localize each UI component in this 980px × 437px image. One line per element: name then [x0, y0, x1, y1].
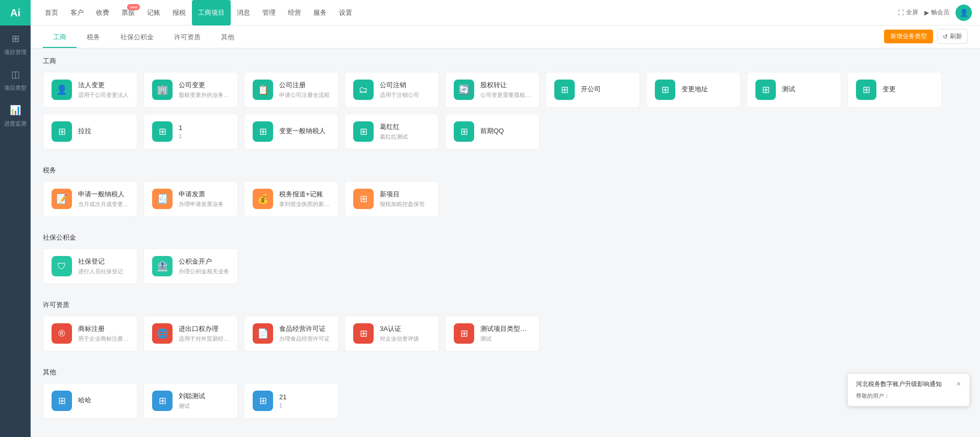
card-1[interactable]: ⊞ 1 1	[143, 114, 238, 149]
card-legal-change[interactable]: 👤 法人变更 适用于公司变更法人	[43, 72, 137, 108]
card-desc: 葛红红测试	[380, 133, 430, 141]
card-icon-trademark: ®	[52, 323, 72, 344]
fullscreen-btn[interactable]: ⛶ 全屏	[898, 8, 918, 17]
card-equity-transfer[interactable]: 🔄 股权转让 公司变更需要股权转让	[445, 72, 540, 108]
card-fund-open[interactable]: 🏦 公积金开户 办理公积金相关业务	[143, 248, 238, 284]
card-desc: 办理食品经营许可证	[279, 335, 330, 343]
card-desc: 报税加税控盘保管	[380, 200, 430, 208]
card-company-register[interactable]: 📋 公司注册 申请公司注册全流程	[244, 72, 338, 108]
card-lala[interactable]: ⊞ 拉拉	[43, 114, 137, 149]
nav-operate[interactable]: 经营	[282, 0, 307, 25]
card-open-company[interactable]: ⊞ 开公司	[546, 72, 640, 108]
card-apply-invoice[interactable]: 🧾 申请发票 办理申请发票业务	[143, 181, 238, 217]
nav-client[interactable]: 客户	[64, 0, 90, 25]
play-icon: ▶	[924, 9, 929, 16]
card-company-cancel[interactable]: 🗂 公司注销 适用于注销公司	[345, 72, 439, 108]
card-desc: 进行人员社保登记	[78, 268, 129, 275]
topnav-right: ⛶ 全屏 ▶ 畅会员 👤	[898, 5, 972, 21]
card-title: 刘聪测试	[179, 392, 229, 401]
tab-social-fund[interactable]: 社保公积金	[110, 25, 164, 48]
sidebar: Ai ⊞ 项目管理 ◫ 项目类型 📊 进度监测	[0, 0, 31, 437]
new-badge: new	[127, 4, 140, 10]
card-change-taxpayer[interactable]: ⊞ 变更一般纳税人	[244, 114, 338, 149]
card-title: 商标注册	[78, 324, 129, 333]
card-desc: 办理公积金相关业务	[179, 268, 229, 275]
avatar[interactable]: 👤	[955, 5, 972, 21]
new-type-button[interactable]: 新增业务类型	[884, 30, 933, 43]
card-trademark[interactable]: ® 商标注册 用于企业商标注册服务	[43, 316, 137, 351]
card-icon-1: ⊞	[152, 121, 173, 142]
tab-industry[interactable]: 工商	[43, 25, 77, 48]
card-icon-test: ⊞	[755, 80, 776, 100]
card-title: 法人变更	[78, 81, 129, 90]
card-test-type[interactable]: ⊞ 测试项目类型自定义 测试	[445, 316, 540, 351]
card-desc: 公司变更需要股权转让	[480, 91, 531, 99]
nav-settings[interactable]: 设置	[333, 0, 358, 25]
nav-ticket[interactable]: 票据 new	[115, 0, 141, 25]
nav-message[interactable]: 消息	[231, 0, 256, 25]
card-tax-bookkeep[interactable]: 💰 税务报道+记账 拿到营业执照的新公司	[244, 181, 338, 217]
sidebar-item-progress-monitor[interactable]: 📊 进度监测	[0, 97, 31, 133]
member-btn[interactable]: ▶ 畅会员	[924, 8, 949, 17]
main-wrap: 首页 客户 收费 票据 new 记账 报税 工商项目 消息 管理 经营 服务 设…	[31, 0, 980, 437]
card-desc: 办理申请发票业务	[179, 200, 229, 208]
card-test[interactable]: ⊞ 测试	[747, 72, 841, 108]
refresh-button[interactable]: ↺ 刷新	[937, 29, 968, 44]
card-icon-fund-open: 🏦	[152, 256, 173, 276]
card-title: 股权转让	[480, 81, 531, 90]
card-icon-lala: ⊞	[52, 121, 72, 142]
tab-other[interactable]: 其他	[211, 25, 244, 48]
sidebar-item-project-type[interactable]: ◫ 项目类型	[0, 61, 31, 97]
card-liucong[interactable]: ⊞ 刘聪测试 测试	[143, 383, 238, 419]
card-company-change[interactable]: 🏢 公司变更 股权变更外的业务变更	[143, 72, 238, 108]
project-type-icon: ◫	[7, 66, 23, 83]
card-desc: 拿到营业执照的新公司	[279, 200, 330, 208]
card-title: 变更一般纳税人	[279, 126, 330, 136]
content-area: 工商 税务 社保公积金 许可资质 其他 新增业务类型 ↺ 刷新 工商 👤 法人变…	[31, 25, 980, 437]
card-prev-qq[interactable]: ⊞ 前期QQ	[445, 114, 540, 149]
cards-grid-social-fund: 🛡 社保登记 进行人员社保登记 🏦 公积金开户 办理公积金相关业务	[43, 248, 968, 284]
card-change[interactable]: ⊞ 变更	[847, 72, 942, 108]
card-desc: 测试	[179, 402, 229, 410]
card-food-license[interactable]: 📄 食品经营许可证 办理食品经营许可证	[244, 316, 338, 351]
card-new-project[interactable]: ⊞ 新项目 报税加税控盘保管	[345, 181, 439, 217]
toast-body: 尊敬的用户：	[856, 392, 961, 400]
tabs-actions: 新增业务类型 ↺ 刷新	[884, 29, 968, 48]
toast-close-button[interactable]: ✕	[956, 380, 961, 388]
card-haha[interactable]: ⊞ 哈哈	[43, 383, 137, 419]
card-title: 变更地址	[681, 85, 732, 94]
nav-home[interactable]: 首页	[39, 0, 64, 25]
nav-manage[interactable]: 管理	[256, 0, 282, 25]
refresh-icon: ↺	[943, 33, 948, 40]
card-icon-change-taxpayer: ⊞	[253, 121, 273, 142]
section-other: 其他 ⊞ 哈哈 ⊞ 刘聪测试 测试 ⊞	[31, 359, 980, 419]
card-title: 测试项目类型自定义	[480, 324, 531, 333]
sidebar-logo: Ai	[0, 0, 31, 25]
nav-service[interactable]: 服务	[307, 0, 333, 25]
section-industry: 工商 👤 法人变更 适用于公司变更法人 🏢 公司变更 股权变更外的业务变更	[31, 48, 980, 149]
card-icon-21: ⊞	[253, 391, 273, 411]
card-icon-apply-taxpayer: 📝	[52, 189, 72, 209]
card-social-register[interactable]: 🛡 社保登记 进行人员社保登记	[43, 248, 137, 284]
tab-license[interactable]: 许可资质	[164, 25, 211, 48]
card-3a[interactable]: ⊞ 3A认证 对企业信誉评级	[345, 316, 439, 351]
tab-tax[interactable]: 税务	[77, 25, 110, 48]
nav-industry[interactable]: 工商项目	[192, 0, 231, 25]
card-import-export[interactable]: 🌐 进出口权办理 适用于对外贸易经营者	[143, 316, 238, 351]
section-title-license: 许可资质	[43, 300, 968, 310]
card-change-address[interactable]: ⊞ 变更地址	[646, 72, 741, 108]
nav-tax[interactable]: 报税	[166, 0, 192, 25]
nav-billing[interactable]: 收费	[90, 0, 115, 25]
card-title: 申请一般纳税人	[78, 190, 129, 199]
section-tax: 税务 📝 申请一般纳税人 当月或次月成变更完成 🧾 申请发票 办理申请发票业务	[31, 158, 980, 217]
card-desc: 适用于注销公司	[380, 91, 430, 99]
card-title: 哈哈	[78, 396, 129, 405]
sidebar-item-project-manage[interactable]: ⊞ 项目管理	[0, 25, 31, 61]
progress-monitor-icon: 📊	[7, 102, 23, 118]
card-apply-taxpayer[interactable]: 📝 申请一般纳税人 当月或次月成变更完成	[43, 181, 137, 217]
card-icon-gehonghong: ⊞	[353, 121, 374, 142]
nav-bookkeep[interactable]: 记账	[141, 0, 166, 25]
card-gehonghong[interactable]: ⊞ 葛红红 葛红红测试	[345, 114, 439, 149]
card-title: 进出口权办理	[179, 324, 229, 333]
card-21[interactable]: ⊞ 21 1	[244, 383, 338, 419]
